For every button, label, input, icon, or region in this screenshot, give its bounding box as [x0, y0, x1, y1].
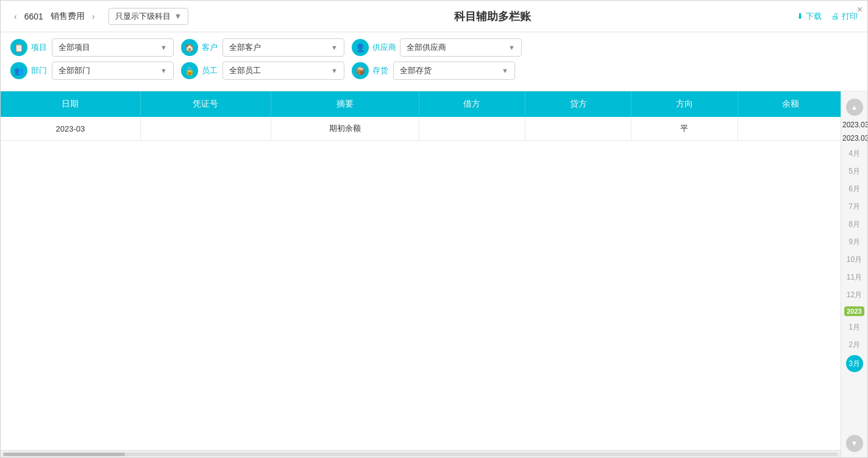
- customer-arrow: ▼: [331, 44, 338, 51]
- scroll-thumb: [3, 453, 125, 456]
- project-label: 项目: [31, 42, 48, 53]
- horizontal-scrollbar[interactable]: [1, 450, 841, 457]
- table-header-row: 日期 凭证号 摘要 借方 贷方 方向 余额: [1, 91, 843, 117]
- col-debit: 借方: [419, 91, 525, 117]
- project-select[interactable]: 全部项目 ▼: [52, 38, 174, 57]
- next-account-button[interactable]: ›: [88, 10, 99, 23]
- filter-item-supplier: 👤 供应商 全部供应商 ▼: [352, 38, 522, 57]
- close-button[interactable]: ×: [857, 4, 863, 15]
- period-label-2[interactable]: 2023.03: [841, 132, 867, 145]
- department-arrow: ▼: [160, 67, 167, 74]
- download-icon: ⬇: [797, 12, 803, 21]
- project-icon: 📋: [10, 39, 27, 56]
- cell-debit: [419, 117, 525, 141]
- customer-icon: 🏠: [181, 39, 198, 56]
- table-container[interactable]: 日期 凭证号 摘要 借方 贷方 方向 余额 2023-03 期初余额: [1, 91, 843, 458]
- customer-label: 客户: [202, 42, 219, 53]
- col-credit: 贷方: [525, 91, 631, 117]
- month-11[interactable]: 11月: [841, 269, 867, 286]
- supplier-label: 供应商: [372, 42, 396, 53]
- project-value: 全部项目: [59, 42, 90, 53]
- year-badge: 2023: [844, 306, 864, 316]
- cell-direction: 平: [631, 117, 738, 141]
- month-12[interactable]: 12月: [841, 286, 867, 304]
- employee-value: 全部员工: [229, 65, 261, 76]
- period-label-1[interactable]: 2023.03: [841, 118, 867, 132]
- main-window: × ‹ 6601 销售费用 › 只显示下级科目 ▼ 科目辅助多栏账 ⬇ 下载 🖨…: [0, 0, 868, 458]
- inventory-value: 全部存货: [400, 65, 432, 76]
- prev-account-button[interactable]: ‹: [10, 10, 21, 23]
- print-icon: 🖨: [831, 12, 839, 21]
- col-direction: 方向: [631, 91, 738, 117]
- show-sub-accounts-arrow: ▼: [174, 12, 182, 21]
- month-2[interactable]: 2月: [841, 336, 867, 354]
- employee-icon: 🔒: [181, 62, 198, 79]
- cell-date: 2023-03: [1, 117, 140, 141]
- month-6[interactable]: 6月: [841, 180, 867, 198]
- employee-select[interactable]: 全部员工 ▼: [222, 62, 344, 80]
- supplier-value: 全部供应商: [407, 42, 446, 53]
- month-8[interactable]: 8月: [841, 216, 867, 233]
- month-3-active[interactable]: 3月: [846, 355, 863, 372]
- toolbar-right: ⬇ 下载 🖨 打印: [797, 11, 858, 22]
- month-10[interactable]: 10月: [841, 251, 867, 269]
- cell-voucher: [140, 117, 271, 141]
- employee-arrow: ▼: [331, 67, 338, 74]
- download-button[interactable]: ⬇ 下载: [797, 11, 822, 22]
- account-name: 销售费用: [47, 11, 88, 22]
- month-1[interactable]: 1月: [841, 319, 867, 336]
- download-label: 下载: [806, 11, 822, 22]
- department-icon: 👥: [10, 62, 27, 79]
- filter-item-inventory: 📦 存货 全部存货 ▼: [352, 62, 515, 80]
- col-voucher: 凭证号: [140, 91, 271, 117]
- col-date: 日期: [1, 91, 140, 117]
- page-title: 科目辅助多栏账: [188, 9, 797, 24]
- cell-balance: [738, 117, 843, 141]
- top-bar: ‹ 6601 销售费用 › 只显示下级科目 ▼ 科目辅助多栏账 ⬇ 下载 🖨 打…: [1, 1, 867, 32]
- sidebar-scroll-up[interactable]: ▲: [846, 99, 863, 116]
- sidebar-scroll-down[interactable]: ▼: [846, 435, 863, 452]
- filter-item-department: 👥 部门 全部部门 ▼: [10, 62, 174, 80]
- inventory-icon: 📦: [352, 62, 369, 79]
- employee-label: 员工: [202, 65, 219, 76]
- data-table: 日期 凭证号 摘要 借方 贷方 方向 余额 2023-03 期初余额: [1, 91, 843, 141]
- month-5[interactable]: 5月: [841, 163, 867, 180]
- department-label: 部门: [31, 65, 48, 76]
- supplier-icon: 👤: [352, 39, 369, 56]
- scroll-track: [3, 453, 838, 456]
- col-balance: 余额: [738, 91, 843, 117]
- filter-row-1: 📋 项目 全部项目 ▼ 🏠 客户 全部客户 ▼ 👤 供应商 全部供应: [10, 38, 858, 57]
- filter-row-2: 👥 部门 全部部门 ▼ 🔒 员工 全部员工 ▼ 📦 存货 全部存货: [10, 62, 858, 80]
- show-sub-accounts-dropdown[interactable]: 只显示下级科目 ▼: [108, 8, 189, 25]
- month-4[interactable]: 4月: [841, 145, 867, 163]
- month-7[interactable]: 7月: [841, 198, 867, 216]
- content-area: 日期 凭证号 摘要 借方 贷方 方向 余额 2023-03 期初余额: [1, 91, 867, 458]
- period-sidebar: ▲ 2023.03 2023.03 4月 5月 6月 7月 8月 9月 10月 …: [841, 91, 867, 458]
- account-code: 6601: [21, 12, 47, 21]
- month-9[interactable]: 9月: [841, 233, 867, 251]
- print-button[interactable]: 🖨 打印: [831, 11, 858, 22]
- project-arrow: ▼: [160, 44, 167, 51]
- inventory-arrow: ▼: [502, 67, 508, 74]
- filter-item-project: 📋 项目 全部项目 ▼: [10, 38, 174, 57]
- customer-value: 全部客户: [229, 42, 261, 53]
- filter-area: 📋 项目 全部项目 ▼ 🏠 客户 全部客户 ▼ 👤 供应商 全部供应: [1, 32, 867, 91]
- customer-select[interactable]: 全部客户 ▼: [222, 38, 344, 57]
- filter-item-employee: 🔒 员工 全部员工 ▼: [181, 62, 344, 80]
- supplier-select[interactable]: 全部供应商 ▼: [400, 38, 522, 57]
- supplier-arrow: ▼: [508, 44, 515, 51]
- filter-item-customer: 🏠 客户 全部客户 ▼: [181, 38, 344, 57]
- inventory-label: 存货: [372, 65, 390, 76]
- department-select[interactable]: 全部部门 ▼: [52, 62, 174, 80]
- inventory-select[interactable]: 全部存货 ▼: [393, 62, 515, 80]
- cell-summary: 期初余额: [271, 117, 419, 141]
- col-summary: 摘要: [271, 91, 419, 117]
- cell-credit: [525, 117, 631, 141]
- show-sub-accounts-label: 只显示下级科目: [115, 11, 171, 22]
- department-value: 全部部门: [59, 65, 90, 76]
- print-label: 打印: [842, 11, 858, 22]
- table-row: 2023-03 期初余额 平: [1, 117, 843, 141]
